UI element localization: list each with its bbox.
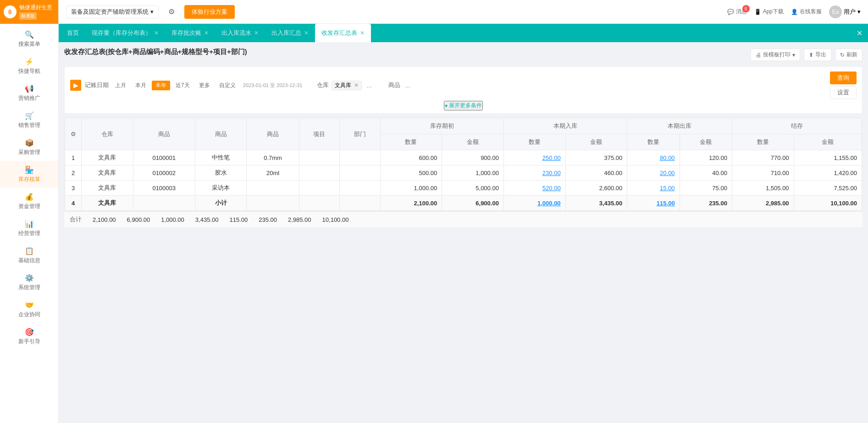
sidebar-item-marketing[interactable]: 📢 营销推广	[0, 80, 58, 107]
cell-code: 0100003	[133, 181, 195, 196]
cell-in-qty[interactable]: 250.00	[503, 150, 565, 165]
cell-warehouse: 文具库	[82, 150, 133, 165]
warehouse-more-button[interactable]: ...	[365, 82, 374, 89]
th-out-amt: 金额	[680, 134, 732, 150]
sidebar-item-sales[interactable]: 🛒 销售管理	[0, 107, 58, 134]
filter-toggle-button[interactable]: ▶	[70, 80, 81, 91]
th-bal-amt: 金额	[794, 134, 862, 150]
sidebar-item-search[interactable]: 🔍 搜索菜单	[0, 26, 58, 53]
cell-bal-amt: 1,155.00	[794, 150, 862, 165]
sidebar-item-operation[interactable]: 📊 经营管理	[0, 215, 58, 242]
filter-action-group: 查询 设置	[830, 71, 857, 99]
goods-more-button[interactable]: ...	[403, 82, 412, 89]
tab-flow[interactable]: 出入库流水 ✕	[215, 24, 265, 42]
cell-dept	[340, 150, 380, 165]
sidebar-item-enterprise[interactable]: 🤝 企业协同	[0, 296, 58, 323]
sidebar-item-basic[interactable]: 📋 基础信息	[0, 242, 58, 269]
th-spec: 商品	[247, 118, 299, 150]
system-icon: ⚙️	[25, 274, 34, 282]
export-icon: ⬆	[809, 52, 813, 58]
tab-close-icon[interactable]: ✕	[154, 30, 159, 36]
tab-receive-summary[interactable]: 收发存汇总表 ✕	[315, 24, 371, 42]
query-setting-group: 查询 设置	[830, 71, 857, 99]
date-filter-group: 记账日期 上月 本月 本年 近7天 更多 自定义	[85, 81, 239, 90]
warehouse-tag-remove[interactable]: ✕	[354, 82, 359, 88]
setting-button[interactable]: 设置	[830, 86, 857, 99]
tab-close-icon[interactable]: ✕	[360, 30, 365, 36]
cell-in-qty[interactable]: 520.00	[503, 181, 565, 196]
avatar-text: Ea	[832, 9, 839, 15]
tab-batch-account[interactable]: 库存批次账 ✕	[165, 24, 215, 42]
sidebar-item-system[interactable]: ⚙️ 系统管理	[0, 269, 58, 296]
filter-row: ▶ 记账日期 上月 本月 本年 近7天 更多 自定义 2023-01-01 至 …	[70, 71, 857, 99]
date-btn-custom[interactable]: 自定义	[216, 81, 239, 90]
system-selector[interactable]: 装备及固定资产辅助管理系统 ▾	[66, 5, 159, 18]
page-header: 收发存汇总表(按仓库+商品编码+商品+规格型号+项目+部门) 🖨 按模板打印 ▾…	[64, 48, 862, 62]
refresh-button[interactable]: ↻ 刷新	[835, 49, 862, 61]
cell-out-qty[interactable]: 20.00	[627, 165, 680, 181]
operation-icon: 📊	[25, 220, 34, 228]
message-button[interactable]: 💬 消息 6	[727, 8, 747, 16]
warehouse-filter-group: 仓库 文具库 ✕ ...	[317, 81, 374, 90]
app-download-label: App下载	[763, 8, 784, 16]
cell-in-amt: 2,600.00	[565, 181, 627, 196]
cell-out-qty[interactable]: 115.00	[627, 196, 680, 211]
date-btn-this-year[interactable]: 本年	[152, 81, 170, 90]
sidebar-item-quick-nav[interactable]: ⚡ 快捷导航	[0, 53, 58, 80]
sidebar-item-purchase[interactable]: 📦 采购管理	[0, 134, 58, 161]
tab-close-icon[interactable]: ✕	[254, 30, 259, 36]
print-icon: 🖨	[756, 52, 761, 58]
th-gear[interactable]: ⚙	[65, 118, 82, 150]
user-menu[interactable]: Ea 用户 ▾	[829, 5, 861, 18]
sidebar-item-guide[interactable]: 🎯 新手引导	[0, 323, 58, 350]
cell-out-amt: 235.00	[680, 196, 732, 211]
print-button[interactable]: 🖨 按模板打印 ▾	[751, 49, 800, 61]
cell-in-qty[interactable]: 230.00	[503, 165, 565, 181]
table-row-subtotal: 4 文具库 小计 2,100.00 6,900.00 1,000.00 3,43…	[65, 196, 862, 211]
sidebar-item-finance[interactable]: 💰 资金管理	[0, 188, 58, 215]
refresh-icon: ↻	[840, 52, 845, 58]
content-area: 收发存汇总表(按仓库+商品编码+商品+规格型号+项目+部门) 🖨 按模板打印 ▾…	[59, 42, 868, 423]
table-row: 1 文具库 0100001 中性笔 0.7mm 600.00 900.00 25…	[65, 150, 862, 165]
message-badge: 6	[742, 5, 750, 12]
export-button[interactable]: ⬆ 导出	[804, 49, 831, 61]
footer-totals: 合计 2,100.00 6,900.00 1,000.00 3,435.00 1…	[64, 211, 862, 227]
query-button[interactable]: 查询	[830, 71, 857, 84]
cell-warehouse: 文具库	[82, 165, 133, 181]
cell-bal-amt: 7,525.00	[794, 181, 862, 196]
date-btn-last-month[interactable]: 上月	[111, 81, 130, 90]
cell-out-qty[interactable]: 80.00	[627, 150, 680, 165]
sidebar-item-label: 销售管理	[18, 121, 40, 129]
warehouse-tag-value: 文具库	[335, 82, 351, 89]
tab-close-icon[interactable]: ✕	[204, 30, 209, 36]
cell-out-amt: 120.00	[680, 150, 732, 165]
tab-stock-distribution[interactable]: 现存量（库存分布表） ✕	[85, 24, 165, 42]
date-btn-this-month[interactable]: 本月	[132, 81, 150, 90]
close-all-tabs-button[interactable]: ✕	[853, 29, 866, 38]
sales-icon: 🛒	[25, 111, 34, 120]
cell-open-qty: 600.00	[380, 150, 442, 165]
sidebar-item-label: 基础信息	[18, 257, 40, 264]
tab-summary[interactable]: 出入库汇总 ✕	[265, 24, 315, 42]
date-btn-more[interactable]: 更多	[195, 81, 214, 90]
tab-home[interactable]: 首页	[61, 24, 85, 42]
cell-code: 0100002	[133, 165, 195, 181]
gear-button[interactable]: ⚙	[164, 5, 179, 19]
expand-more-button[interactable]: ▾ 展开更多条件	[444, 101, 483, 110]
sidebar-item-inventory[interactable]: 🏪 库存核算	[0, 161, 58, 188]
date-range-display: 2023-01-01 至 2023-12-31	[243, 82, 303, 89]
trial-button[interactable]: 体验行业方案	[184, 5, 235, 19]
online-service-button[interactable]: 👤 在线客服	[791, 8, 822, 16]
tab-close-icon[interactable]: ✕	[304, 30, 309, 36]
cell-open-qty: 1,000.00	[380, 181, 442, 196]
guide-icon: 🎯	[25, 328, 34, 336]
th-code: 商品	[133, 118, 195, 150]
cell-name: 中性笔	[195, 150, 247, 165]
cell-out-qty[interactable]: 15.00	[627, 181, 680, 196]
cell-no: 4	[65, 196, 82, 211]
app-download-button[interactable]: 📱 App下载	[754, 8, 784, 16]
tab-home-label: 首页	[67, 29, 79, 37]
date-btn-7days[interactable]: 近7天	[172, 81, 194, 90]
online-service-label: 在线客服	[800, 8, 822, 16]
cell-in-qty[interactable]: 1,000.00	[503, 196, 565, 211]
